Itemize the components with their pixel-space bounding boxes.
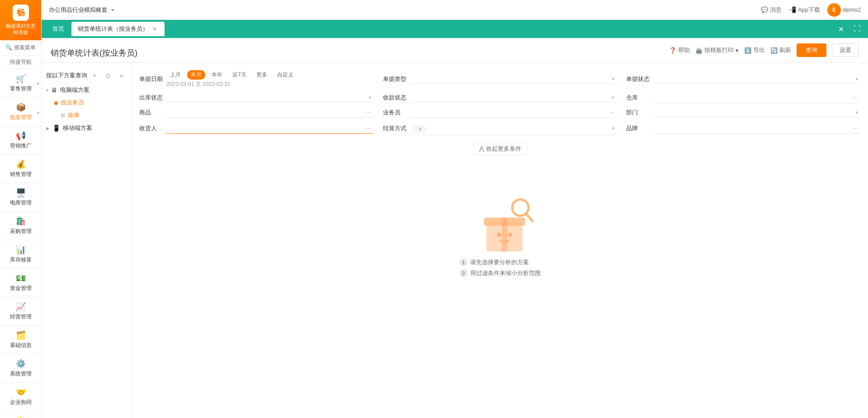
date-tabs: 上月 本月 本年 近7天 更多 自定义 <box>166 70 374 80</box>
avatar: E <box>827 3 841 17</box>
settlement-clear-icon[interactable]: ✕ <box>418 126 422 132</box>
collection-status-label: 收款状态 <box>383 94 406 102</box>
sidebar-logo[interactable]: 畅 畅捷通好生意 标准版 <box>0 0 41 40</box>
topbar-right: 💬 消息 📲 App下载 E demo2 <box>761 3 861 17</box>
order-type-label: 单据类型 <box>383 75 406 83</box>
receiver-dots: ··· <box>366 124 371 132</box>
guide-icon: 🌟 <box>16 416 26 418</box>
settlement-select[interactable]: ✕ ▾ <box>410 122 618 135</box>
settlement-clear-tag[interactable]: ✕ <box>413 125 426 133</box>
sidebar-item-purchase[interactable]: 🛍️ 采购管理 <box>0 212 41 240</box>
order-status-select[interactable]: ▾ <box>653 75 861 84</box>
template-print-btn[interactable]: 🖨️ 按模板打印 ▾ <box>695 46 739 54</box>
date-tab-last-month[interactable]: 上月 <box>166 70 184 80</box>
receiver-input[interactable]: ··· <box>166 123 374 134</box>
collapse-panel-btn[interactable]: « <box>116 70 127 81</box>
collection-status-select[interactable]: ▾ <box>410 93 618 102</box>
warehouse-input[interactable]: ··· <box>653 92 861 103</box>
topbar-dropdown-arrow[interactable]: ▾ <box>111 7 114 13</box>
sidebar-item-guide[interactable]: 🌟 新手引导 <box>0 411 41 418</box>
staff-input[interactable]: ··· <box>410 107 618 118</box>
date-tab-custom[interactable]: 自定义 <box>274 70 297 80</box>
sidebar-item-sales[interactable]: 💰 销售管理 <box>0 155 41 183</box>
collapse-label: 收起更多条件 <box>486 145 521 153</box>
tip-1-text: 请先选择要分析的方案 <box>470 258 529 266</box>
help-btn[interactable]: ❓ 帮助 <box>669 46 690 54</box>
finance-icon: 💵 <box>16 273 26 283</box>
brand-input[interactable]: ··· <box>653 123 861 134</box>
sidebar-item-system[interactable]: ⚙️ 系统管理 <box>0 354 41 383</box>
collapse-row: ⋀ 收起更多条件 <box>139 139 861 159</box>
dept-select[interactable]: ▾ <box>653 108 861 117</box>
date-range-display: 2023-03-01 至 2023-03-31 <box>166 81 374 88</box>
tab-close-window-btn[interactable]: ✕ <box>835 23 847 35</box>
filter-row-4: 收货人 ··· 结算方式 <box>139 122 861 135</box>
left-panel-icons: ＋ ⊙ « <box>89 70 127 81</box>
date-tab-this-month[interactable]: 本月 <box>187 70 205 80</box>
collapse-btn[interactable]: ⋀ 收起更多条件 <box>473 142 527 155</box>
tree-mobile-arrow: ▶ <box>46 126 50 131</box>
tree-mobile-node[interactable]: ▶ 📱 移动端方案 <box>42 122 132 134</box>
sidebar-item-base[interactable]: 🗂️ 基础信息 <box>0 326 41 354</box>
order-type-select[interactable]: ▾ <box>410 75 618 84</box>
tree-desktop-node[interactable]: ▾ 🖥 电脑端方案 <box>42 84 132 96</box>
page-content: 销货单统计表(按业务员) ❓ 帮助 🖨️ 按模板打印 ▾ ⬇️ 导出 🔄 刷 <box>42 38 868 418</box>
tab-sales-stats[interactable]: 销货单统计表（按业务员） ✕ <box>71 22 165 36</box>
user-profile-btn[interactable]: E demo2 <box>827 3 861 17</box>
sidebar-item-enterprise[interactable]: 🤝 企业协同 <box>0 383 41 411</box>
tabbar-actions: ✕ ⛶ <box>835 23 863 35</box>
sidebar-item-finance[interactable]: 💵 资金管理 <box>0 269 41 297</box>
desktop-label: 电脑端方案 <box>60 86 90 94</box>
mobile-label: 移动端方案 <box>63 124 92 132</box>
date-tab-more[interactable]: 更多 <box>253 70 271 80</box>
left-panel: 按以下方案查询 ＋ ⊙ « ▾ 🖥 电脑端方案 按业务员 <box>42 63 132 418</box>
tab-home[interactable]: 首页 <box>46 22 71 36</box>
out-status-label: 出库状态 <box>139 94 163 102</box>
out-status-arrow: ▾ <box>369 95 371 100</box>
help-icon: ❓ <box>669 47 676 54</box>
scheme-settings-btn[interactable]: ⊙ <box>103 70 113 81</box>
inventory-icon: 📊 <box>16 245 26 255</box>
tree-by-order-node[interactable]: ⊞ 按单 <box>42 109 132 122</box>
date-picker-group: 上月 本月 本年 近7天 更多 自定义 2023-03-01 至 2023-03… <box>166 70 374 88</box>
print-dropdown-icon: ▾ <box>736 47 739 54</box>
app-download-btn[interactable]: 📲 App下载 <box>789 6 820 14</box>
ecommerce-icon: 🖥️ <box>16 188 26 198</box>
sidebar-item-wholesale[interactable]: 📦 批发管理 ▴ <box>0 98 41 126</box>
print-icon: 🖨️ <box>695 47 703 54</box>
sidebar-search[interactable]: 🔍 搜索菜单 <box>0 40 41 56</box>
export-btn[interactable]: ⬇️ 导出 <box>744 46 765 54</box>
settings-button[interactable]: 设置 <box>832 43 859 57</box>
date-tab-this-year[interactable]: 本年 <box>208 70 226 80</box>
goods-input[interactable]: ··· <box>166 107 374 118</box>
tree-by-staff-node[interactable]: 按业务员 <box>42 96 132 109</box>
refresh-btn[interactable]: 🔄 刷新 <box>770 46 791 54</box>
sidebar-item-marketing[interactable]: 📢 营销推广 <box>0 126 41 155</box>
out-status-select[interactable]: ▾ <box>166 93 374 102</box>
query-button[interactable]: 查询 <box>797 43 826 57</box>
collection-status-arrow: ▾ <box>612 95 614 100</box>
marketing-icon: 📢 <box>16 131 26 141</box>
message-icon: 💬 <box>761 6 768 13</box>
sidebar-item-ecommerce[interactable]: 🖥️ 电商管理 <box>0 183 41 212</box>
home-tab-label: 首页 <box>52 25 64 33</box>
tab-close-btn[interactable]: ✕ <box>151 25 158 33</box>
warehouse-filter: 仓库 ··· <box>626 92 861 103</box>
date-tab-7days[interactable]: 近7天 <box>229 70 250 80</box>
svg-line-4 <box>526 214 533 221</box>
operation-icon: 📈 <box>16 302 26 312</box>
chevron-up-icon: ▴ <box>37 109 39 114</box>
tab-maximize-btn[interactable]: ⛶ <box>851 23 863 35</box>
sidebar-quick-nav[interactable]: 快捷导航 <box>0 56 41 69</box>
sidebar-item-inventory[interactable]: 📊 库存核算 <box>0 240 41 269</box>
order-status-filter: 单据状态 ▾ <box>626 70 861 88</box>
sidebar-item-operation[interactable]: 📈 经营管理 <box>0 297 41 326</box>
add-scheme-btn[interactable]: ＋ <box>89 70 100 81</box>
sidebar-item-retail[interactable]: 🛒 零售管理 ▾ <box>0 69 41 98</box>
wholesale-icon: 📦 <box>16 102 26 112</box>
goods-filter: 商品 ··· <box>139 107 374 118</box>
messages-btn[interactable]: 💬 消息 <box>761 6 782 14</box>
main-container: 办公用品行业模拟账套 ▾ 💬 消息 📲 App下载 E demo2 首页 <box>42 0 868 418</box>
svg-point-6 <box>508 233 512 237</box>
brand-filter: 品牌 ··· <box>626 122 861 135</box>
